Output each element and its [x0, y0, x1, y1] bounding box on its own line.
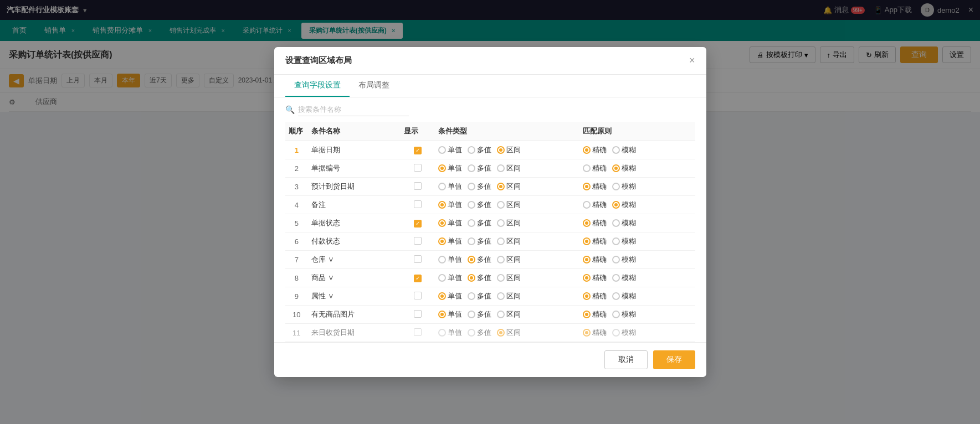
modal-close-icon: ×: [689, 55, 695, 66]
modal-title: 设置查询区域布局: [285, 55, 352, 66]
modal-search-area: 🔍: [274, 97, 706, 112]
search-icon: 🔍: [285, 105, 295, 112]
modal-overlay: 设置查询区域布局 × 查询字段设置 布局调整 🔍 顺序: [0, 0, 980, 112]
modal-tab-layout-adjust[interactable]: 布局调整: [350, 75, 398, 97]
modal-tab-query-fields[interactable]: 查询字段设置: [285, 75, 350, 97]
modal-tabs: 查询字段设置 布局调整: [274, 75, 706, 97]
modal-tab-query-fields-label: 查询字段设置: [294, 80, 341, 89]
modal-tab-layout-adjust-label: 布局调整: [358, 80, 389, 89]
modal-close-button[interactable]: ×: [689, 55, 695, 66]
search-input[interactable]: [298, 103, 409, 112]
modal-dialog: 设置查询区域布局 × 查询字段设置 布局调整 🔍 顺序: [274, 47, 706, 112]
modal-header: 设置查询区域布局 ×: [274, 47, 706, 75]
